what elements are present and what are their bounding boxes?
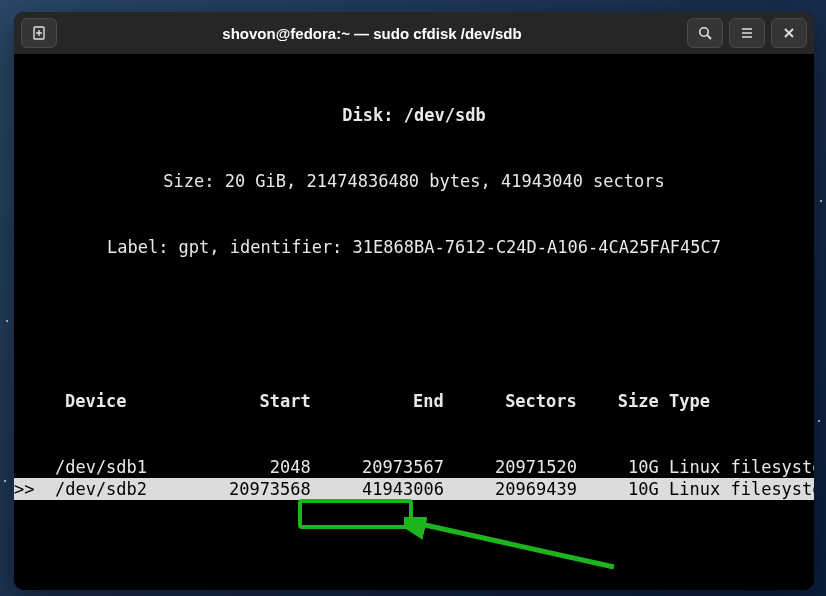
window-title: shovon@fedora:~ — sudo cfdisk /dev/sdb xyxy=(63,25,681,42)
terminal-content[interactable]: Disk: /dev/sdb Size: 20 GiB, 21474836480… xyxy=(14,54,814,590)
disk-header-line: Disk: /dev/sdb xyxy=(14,104,814,126)
partition-table-header: Device Start End Sectors Size Type xyxy=(14,390,814,412)
search-button[interactable] xyxy=(687,18,723,48)
window-titlebar: shovon@fedora:~ — sudo cfdisk /dev/sdb xyxy=(14,12,814,54)
close-button[interactable] xyxy=(771,18,807,48)
hamburger-menu-button[interactable] xyxy=(729,18,765,48)
svg-point-1 xyxy=(700,28,708,36)
disk-label-line: Label: gpt, identifier: 31E868BA-7612-C2… xyxy=(14,236,814,258)
terminal-window: shovon@fedora:~ — sudo cfdisk /dev/sdb D… xyxy=(14,12,814,590)
partition-table: Device Start End Sectors Size Type /dev/… xyxy=(14,346,814,544)
partition-row[interactable]: >> /dev/sdb2 20973568 41943006 20969439 … xyxy=(14,478,814,500)
partition-row[interactable]: /dev/sdb1 2048 20973567 20971520 10G Lin… xyxy=(14,456,814,478)
disk-size-line: Size: 20 GiB, 21474836480 bytes, 4194304… xyxy=(14,170,814,192)
new-tab-button[interactable] xyxy=(21,18,57,48)
svg-line-2 xyxy=(707,35,711,39)
